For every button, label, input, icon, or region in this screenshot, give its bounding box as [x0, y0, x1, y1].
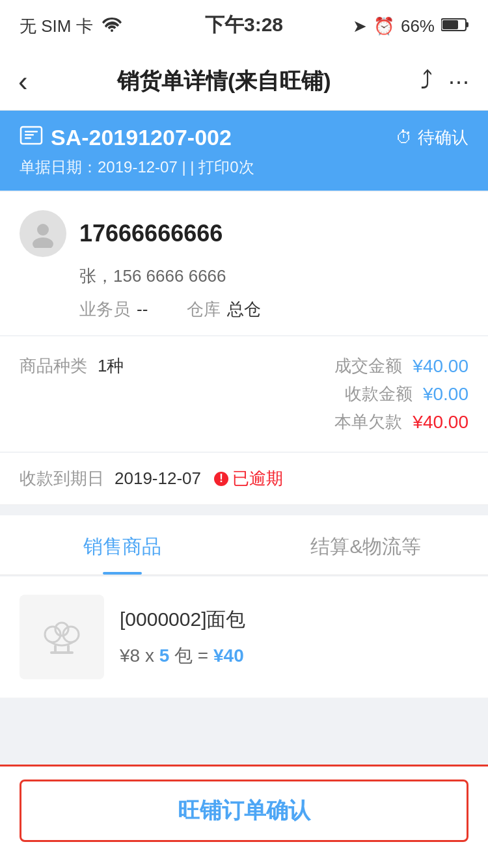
back-button[interactable]: ‹: [18, 67, 28, 96]
share-button[interactable]: ⤴: [420, 67, 433, 95]
battery-text: 66%: [401, 16, 435, 36]
due-date-label: 收款到期日: [20, 467, 104, 490]
product-price: ¥8 x 5 包 = ¥40: [120, 644, 468, 668]
overdue-badge: ! 已逾期: [214, 467, 283, 490]
order-date: 2019-12-07: [98, 158, 178, 176]
deal-amount-value: ¥40.00: [413, 356, 468, 377]
salesman-label: 业务员: [79, 298, 130, 321]
product-total: ¥40: [213, 645, 244, 666]
product-name: [0000002]面包: [120, 606, 468, 633]
svg-rect-5: [25, 134, 34, 136]
due-date-section: 收款到期日 2019-12-07 ! 已逾期: [0, 453, 488, 505]
arrears-label: 本单欠款: [334, 411, 402, 433]
order-id-block: SA-20191207-002: [20, 125, 232, 150]
more-button[interactable]: ···: [448, 68, 470, 95]
wifi-icon: [102, 16, 122, 36]
stats-section: 商品种类 1种 成交金额 ¥40.00 收款金额 ¥0.00 本单欠款 ¥40.…: [0, 336, 488, 452]
product-type-value: 1种: [98, 355, 124, 377]
confirm-order-button[interactable]: 旺铺订单确认: [20, 780, 468, 842]
product-list: [0000002]面包 ¥8 x 5 包 = ¥40: [0, 576, 488, 698]
product-qty: 5: [159, 645, 170, 666]
svg-rect-4: [25, 131, 38, 133]
tab-settlement-logistics[interactable]: 结算&物流等: [244, 515, 488, 575]
customer-phone: 17666666666: [79, 220, 223, 247]
status-left: 无 SIM 卡: [20, 15, 122, 38]
order-status: ⏱ 待确认: [396, 126, 468, 149]
avatar: [20, 210, 66, 257]
tab-sales-products[interactable]: 销售商品: [0, 515, 244, 575]
overdue-text: 已逾期: [232, 467, 283, 490]
amount-stats: 成交金额 ¥40.00 收款金额 ¥0.00 本单欠款 ¥40.00: [334, 355, 468, 433]
product-type-label: 商品种类: [20, 355, 87, 377]
customer-meta: 业务员 -- 仓库 总仓: [79, 298, 468, 321]
tab-bar: 销售商品 结算&物流等: [0, 515, 488, 575]
product-details: [0000002]面包 ¥8 x 5 包 = ¥40: [120, 606, 468, 668]
svg-point-7: [37, 224, 49, 236]
overdue-icon: !: [214, 472, 228, 486]
status-right: ➤ ⏰ 66%: [353, 16, 468, 36]
due-date-value: 2019-12-07: [115, 468, 201, 489]
order-icon: [20, 125, 43, 150]
arrears-value: ¥40.00: [413, 412, 468, 433]
customer-section: 17666666666 张，156 6666 6666 业务员 -- 仓库 总仓: [0, 192, 488, 335]
alarm-icon: ⏰: [373, 16, 394, 36]
status-time: 下午3:28: [205, 12, 283, 38]
svg-rect-6: [25, 137, 31, 139]
product-type-stat: 商品种类 1种: [20, 355, 124, 377]
svg-point-8: [33, 237, 53, 248]
received-label: 收款金额: [345, 383, 413, 405]
received-value: ¥0.00: [423, 384, 468, 405]
svg-rect-2: [442, 20, 458, 29]
svg-rect-14: [50, 651, 74, 654]
battery-icon: [441, 16, 468, 36]
customer-name-phone: 张，156 6666 6666: [79, 265, 468, 288]
deal-amount-label: 成交金额: [334, 355, 402, 377]
warehouse-label: 仓库: [187, 298, 221, 321]
salesman-item: 业务员 --: [79, 298, 148, 321]
product-item: [0000002]面包 ¥8 x 5 包 = ¥40: [0, 576, 488, 698]
salesman-value: --: [137, 299, 148, 319]
carrier-text: 无 SIM 卡: [20, 15, 93, 38]
status-clock-icon: ⏱: [396, 128, 413, 148]
nav-actions: ⤴ ···: [420, 67, 470, 95]
product-thumbnail: [20, 595, 104, 679]
warehouse-value: 总仓: [227, 298, 261, 321]
svg-rect-1: [466, 22, 468, 27]
deal-amount-row: 成交金额 ¥40.00: [334, 355, 468, 377]
order-id-text: SA-20191207-002: [51, 125, 232, 150]
confirm-button-wrapper: 旺铺订单确认: [0, 765, 488, 868]
status-bar: 无 SIM 卡 下午3:28 ➤ ⏰ 66%: [0, 0, 488, 52]
location-icon: ➤: [353, 16, 367, 36]
received-amount-row: 收款金额 ¥0.00: [345, 383, 468, 405]
warehouse-item: 仓库 总仓: [187, 298, 261, 321]
print-count: 0: [230, 158, 238, 176]
status-text: 待确认: [418, 126, 468, 149]
arrears-row: 本单欠款 ¥40.00: [334, 411, 468, 433]
nav-bar: ‹ 销货单详情(来自旺铺) ⤴ ···: [0, 52, 488, 111]
order-date-row: 单据日期：2019-12-07 | | 打印0次: [20, 157, 468, 178]
page-title: 销货单详情(来自旺铺): [117, 66, 331, 96]
order-header: SA-20191207-002 ⏱ 待确认 单据日期：2019-12-07 | …: [0, 111, 488, 191]
